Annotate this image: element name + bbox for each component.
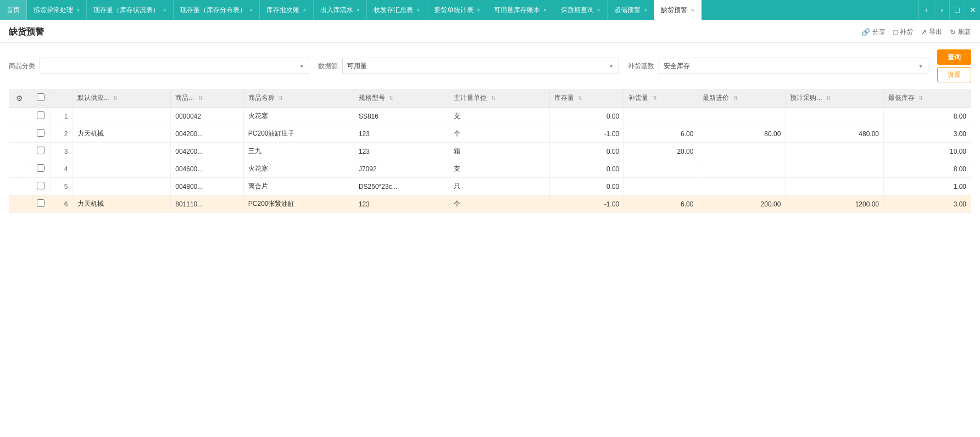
row-checkbox-cell[interactable] — [31, 195, 51, 213]
row-checkbox[interactable] — [37, 182, 44, 189]
datasource-select[interactable]: 可用量 ▼ — [342, 58, 619, 74]
col-header-spec[interactable]: 规格型号 ⇅ — [354, 89, 449, 108]
row-min-stock: 3.00 — [884, 125, 971, 143]
tab-scroll-left[interactable]: ‹ — [918, 0, 934, 20]
tab-recv-summary[interactable]: 收发存汇总表 × — [367, 0, 427, 20]
row-unit: 支 — [449, 108, 550, 125]
col-header-checkbox[interactable] — [31, 89, 51, 108]
tab-close-order-stat[interactable]: × — [477, 7, 480, 13]
row-checkbox[interactable] — [37, 111, 44, 119]
table-row[interactable]: 6 力天机械 801110... PC200张紧油缸 123 个 -1.00 6… — [9, 195, 971, 213]
export-button[interactable]: ↗ 导出 — [921, 27, 942, 37]
col-header-min-stock[interactable]: 最低库存 ⇅ — [884, 89, 971, 108]
table-row[interactable]: 4 004600... 火花塞 J7092 支 0.00 8.00 — [9, 160, 971, 178]
tab-close-batch-account[interactable]: × — [303, 7, 306, 13]
row-code: 004600... — [171, 160, 244, 178]
tab-close-inout-flow[interactable]: × — [357, 7, 360, 13]
tab-avail-ledger[interactable]: 可用量库存账本 × — [487, 0, 554, 20]
row-spec: 123 — [354, 125, 449, 143]
row-code: 004200... — [171, 125, 244, 143]
replenish-button[interactable]: □ 补货 — [893, 27, 913, 37]
query-button[interactable]: 查询 — [937, 49, 971, 65]
table-row[interactable]: 1 0000042 火花塞 SS816 支 0.00 8.00 — [9, 108, 971, 125]
tab-close-avail-ledger[interactable]: × — [543, 7, 547, 13]
select-all-checkbox[interactable] — [37, 93, 44, 101]
row-checkbox[interactable] — [37, 129, 44, 137]
share-button[interactable]: 🔗 分享 — [861, 27, 886, 37]
row-replenish-qty: 20.00 — [624, 143, 698, 160]
row-checkbox-cell[interactable] — [31, 160, 51, 178]
tab-close-shortage[interactable]: × — [691, 7, 694, 13]
sort-supplier-icon: ⇅ — [113, 95, 118, 101]
row-min-stock: 3.00 — [884, 195, 971, 213]
datasource-select-value: 可用量 — [347, 61, 367, 71]
tab-batch-account[interactable]: 库存批次账 × — [260, 0, 313, 20]
replenish-select-value: 安全库存 — [664, 61, 690, 71]
row-name: 三九 — [243, 143, 354, 160]
tab-order-stat[interactable]: 要货单统计表 × — [427, 0, 487, 20]
datasource-chevron-icon: ▼ — [609, 63, 614, 69]
row-stock: 0.00 — [550, 160, 624, 178]
row-checkbox-cell[interactable] — [31, 125, 51, 143]
table-row[interactable]: 2 力天机械 004200... PC200油缸庄子 123 个 -1.00 6… — [9, 125, 971, 143]
tab-overstock[interactable]: 超储预警 × — [608, 0, 654, 20]
settings-button[interactable]: 设置 — [937, 67, 971, 82]
row-gear-cell — [9, 108, 31, 125]
row-spec: 123 — [354, 195, 449, 213]
tab-scroll-right[interactable]: › — [934, 0, 949, 20]
row-checkbox-cell[interactable] — [31, 178, 51, 195]
col-header-code[interactable]: 商品... ⇅ — [171, 89, 244, 108]
row-gear-cell — [9, 125, 31, 143]
replenish-select[interactable]: 安全库存 ▼ — [659, 58, 928, 74]
tab-close-overstock[interactable]: × — [644, 7, 647, 13]
sort-code-icon: ⇅ — [198, 95, 203, 101]
table-row[interactable]: 3 004200... 三九 123 箱 0.00 20.00 10.00 — [9, 143, 971, 160]
row-checkbox[interactable] — [37, 147, 44, 154]
row-replenish-qty — [624, 178, 698, 195]
row-unit: 只 — [449, 178, 550, 195]
row-est-purchase — [786, 160, 884, 178]
column-settings-icon[interactable]: ⚙ — [16, 94, 23, 103]
sort-name-icon: ⇅ — [279, 95, 283, 101]
col-header-supplier[interactable]: 默认供应... ⇅ — [73, 89, 171, 108]
row-checkbox[interactable] — [37, 164, 44, 172]
tab-stock-dist[interactable]: 现存量（库存分布表） × — [174, 0, 260, 20]
tab-inout-flow[interactable]: 出入库流水 × — [314, 0, 367, 20]
refresh-button[interactable]: ↻ 刷新 — [950, 27, 971, 37]
col-header-est-purchase[interactable]: 预计采购... ⇅ — [786, 89, 884, 108]
table-row[interactable]: 5 004800... 离合片 DS250*23c... 只 0.00 1.00 — [9, 178, 971, 195]
col-header-gear[interactable]: ⚙ — [9, 89, 31, 108]
sort-min-stock-icon: ⇅ — [918, 95, 923, 101]
col-header-name[interactable]: 商品名称 ⇅ — [243, 89, 354, 108]
tab-abnormal[interactable]: 拣货异常处理 × — [27, 0, 87, 20]
row-gear-cell — [9, 178, 31, 195]
tab-restore[interactable]: □ — [949, 0, 965, 20]
tab-close-expiry[interactable]: × — [597, 7, 600, 13]
tab-shortage[interactable]: 缺货预警 × — [654, 0, 701, 20]
col-header-latest-price[interactable]: 最新进价 ⇅ — [698, 89, 786, 108]
tab-home[interactable]: 首页 — [0, 0, 27, 20]
tab-stock-status[interactable]: 现存量（库存状况表） × — [87, 0, 173, 20]
row-code: 004200... — [171, 143, 244, 160]
col-header-unit[interactable]: 主计量单位 ⇅ — [449, 89, 550, 108]
row-est-purchase: 480.00 — [786, 125, 884, 143]
row-latest-price — [698, 143, 786, 160]
row-checkbox-cell[interactable] — [31, 143, 51, 160]
category-select[interactable]: ▼ — [40, 58, 309, 74]
filter-bar: 商品分类 ▼ 数据源 可用量 ▼ 补货基数 安全库存 ▼ 查询 设置 — [0, 43, 980, 89]
col-header-stock[interactable]: 库存量 ⇅ — [550, 89, 624, 108]
row-name: PC200张紧油缸 — [243, 195, 354, 213]
row-index: 6 — [51, 195, 73, 213]
tab-close-stock-status[interactable]: × — [163, 7, 166, 13]
row-checkbox[interactable] — [37, 199, 44, 207]
row-min-stock: 1.00 — [884, 178, 971, 195]
tab-close-all[interactable]: ✕ — [965, 0, 980, 20]
tab-expiry[interactable]: 保质期查询 × — [554, 0, 608, 20]
col-header-replenish-qty[interactable]: 补货量 ⇅ — [624, 89, 698, 108]
tab-close-stock-dist[interactable]: × — [249, 7, 253, 13]
sort-stock-icon: ⇅ — [578, 95, 582, 101]
row-checkbox-cell[interactable] — [31, 108, 51, 125]
row-latest-price: 200.00 — [698, 195, 786, 213]
tab-close-recv-summary[interactable]: × — [416, 7, 420, 13]
tab-close-abnormal[interactable]: × — [76, 7, 80, 13]
